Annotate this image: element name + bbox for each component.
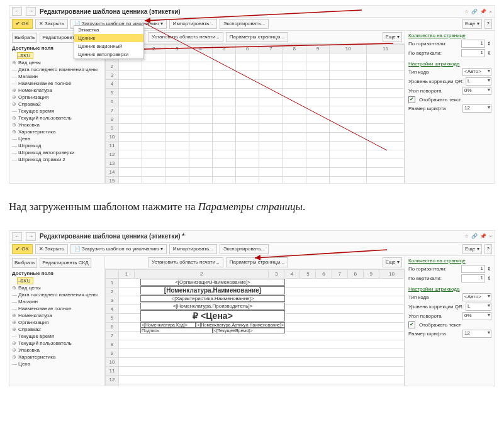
- field-item[interactable]: Упаковка: [12, 347, 102, 354]
- horiz-label: По горизонтали:: [408, 41, 459, 47]
- field-item[interactable]: Штрихкод: [12, 142, 102, 149]
- field-item[interactable]: Штрихкод справки 2: [12, 156, 102, 163]
- link-icon[interactable]: 🔗: [471, 233, 478, 239]
- field-item[interactable]: Дата последнего изменения цены: [12, 66, 102, 73]
- link-icon[interactable]: 🔗: [471, 9, 478, 14]
- page-params-button[interactable]: Параметры страницы...: [226, 257, 288, 267]
- stepper-icon[interactable]: ⇕: [487, 266, 491, 272]
- field-item[interactable]: Текущее время: [12, 333, 102, 340]
- field-item[interactable]: Текущий пользователь: [12, 114, 102, 121]
- price-tag-template: <[Организация.Наименование]> [Номенклату…: [140, 278, 285, 333]
- field-item[interactable]: Справка2: [12, 326, 102, 333]
- field-item[interactable]: Номенклатура: [12, 87, 102, 94]
- field-item[interactable]: Штрихкод автопроверки: [12, 149, 102, 156]
- export-button[interactable]: Экспортировать...: [220, 244, 269, 254]
- tpl-manufacturer: <[Номенклатура.Производитель]>: [140, 303, 285, 310]
- spreadsheet-grid[interactable]: 12345678910 1 2 3 4 5 6 7 8 9 10 11 12 1…: [105, 269, 405, 386]
- field-item[interactable]: Организация: [12, 94, 102, 101]
- help-button[interactable]: ?: [484, 244, 492, 254]
- rotation-label: Угол поворота: [408, 88, 461, 94]
- field-item[interactable]: Наименование полное: [12, 80, 102, 87]
- pin-icon[interactable]: 📌: [480, 233, 486, 239]
- center-more-button[interactable]: Еще ▾: [383, 257, 402, 267]
- horiz-input[interactable]: 1: [461, 265, 485, 273]
- edit-skd-button[interactable]: Редактировать СКД: [40, 258, 91, 268]
- fields-tree: SKU Вид цены Дата последнего изменения ц…: [12, 52, 102, 163]
- nav-back-button[interactable]: ←: [12, 232, 22, 241]
- bookmark-icon[interactable]: ☆: [464, 9, 469, 14]
- font-size-select[interactable]: 12: [462, 330, 491, 338]
- import-button[interactable]: Импортировать...: [169, 244, 217, 254]
- stepper-icon[interactable]: ⇕: [487, 276, 491, 281]
- set-print-area-button[interactable]: Установить область печати...: [148, 257, 223, 267]
- qr-corr-select[interactable]: L: [466, 77, 491, 86]
- pin-icon[interactable]: 📌: [480, 9, 486, 14]
- field-item[interactable]: Упаковка: [12, 121, 102, 128]
- screenshot-2: ← → Редактирование шаблона ценника (этик…: [9, 230, 495, 386]
- menu-item-cennik[interactable]: Ценник: [74, 34, 143, 42]
- tpl-nomenclature: [Номенклатура.Наименование]: [140, 286, 285, 294]
- close-icon[interactable]: ×: [489, 9, 492, 14]
- menu-item-etikette[interactable]: Этикетка: [74, 26, 143, 34]
- window-controls[interactable]: ☆ 🔗 📌 ×: [464, 9, 492, 14]
- code-type-select[interactable]: <Авто>: [462, 68, 491, 76]
- import-button[interactable]: Импортировать...: [169, 19, 217, 29]
- spreadsheet-grid[interactable]: 1234567891011 1 2 3 4 5 6 7 8 9 10 11 12…: [105, 44, 405, 184]
- rotation-select[interactable]: 0%: [462, 87, 491, 95]
- field-item[interactable]: Дата последнего изменения цены: [12, 291, 102, 298]
- field-item[interactable]: Текущее время: [12, 108, 102, 114]
- stepper-icon[interactable]: ⇕: [487, 41, 491, 47]
- tpl-article-row: <[Номенклатура.Код]><[Номенклатура.Артик…: [140, 322, 285, 328]
- field-sku[interactable]: SKU: [17, 277, 33, 284]
- field-sku[interactable]: SKU: [17, 52, 33, 59]
- choose-button[interactable]: Выбрать: [12, 258, 37, 268]
- field-item[interactable]: Характеристика: [12, 128, 102, 135]
- help-button[interactable]: ?: [484, 19, 492, 29]
- close-button[interactable]: ✕ Закрыть: [35, 244, 68, 254]
- close-icon[interactable]: ×: [489, 233, 492, 239]
- menu-item-cennik-auto[interactable]: Ценник автопроверки: [74, 50, 143, 59]
- nav-back-button[interactable]: ←: [12, 7, 22, 16]
- window-controls[interactable]: ☆ 🔗 📌 ×: [464, 233, 492, 239]
- barcode-heading: Настройки штрихкода: [408, 286, 491, 292]
- field-item[interactable]: Номенклатура: [12, 312, 102, 319]
- field-item[interactable]: Характеристика: [12, 354, 102, 360]
- field-item[interactable]: Вид цены: [12, 284, 102, 291]
- more-button[interactable]: Еще ▾: [462, 19, 482, 29]
- vert-input[interactable]: 1: [461, 274, 485, 282]
- field-item[interactable]: Цена: [12, 360, 102, 367]
- rotation-select[interactable]: 0%: [462, 312, 491, 320]
- bookmark-icon[interactable]: ☆: [464, 233, 469, 239]
- nav-forward-button[interactable]: →: [26, 232, 36, 241]
- field-item[interactable]: Цена: [12, 135, 102, 142]
- field-item[interactable]: Текущий пользователь: [12, 340, 102, 347]
- nav-forward-button[interactable]: →: [26, 7, 36, 16]
- field-item[interactable]: Магазин: [12, 298, 102, 305]
- ok-button[interactable]: ✔ OK: [12, 244, 33, 254]
- stepper-icon[interactable]: ⇕: [487, 50, 491, 56]
- show-text-checkbox[interactable]: ✔: [408, 96, 415, 103]
- export-button[interactable]: Экспортировать...: [220, 19, 269, 29]
- qr-corr-select[interactable]: L: [466, 303, 491, 311]
- more-button[interactable]: Еще ▾: [462, 244, 482, 254]
- field-item[interactable]: Справка2: [12, 101, 102, 108]
- center-more-button[interactable]: Еще ▾: [383, 32, 402, 42]
- field-item[interactable]: Магазин: [12, 73, 102, 80]
- ok-button[interactable]: ✔ OK: [12, 19, 33, 29]
- menu-item-cennik-akc[interactable]: Ценник акционный: [74, 42, 143, 50]
- load-default-button[interactable]: 📄 Загрузить шаблон по умолчанию ▾: [70, 244, 167, 254]
- page-params-button[interactable]: Параметры страницы...: [226, 32, 288, 42]
- code-type-select[interactable]: <Авто>: [462, 293, 491, 301]
- field-item[interactable]: Организация: [12, 319, 102, 326]
- set-print-area-button[interactable]: Установить область печати...: [148, 32, 223, 42]
- field-item[interactable]: Вид цены: [12, 59, 102, 66]
- count-heading: Количество на странице: [408, 258, 491, 264]
- vert-input[interactable]: 1: [461, 49, 485, 57]
- field-item[interactable]: Наименование полное: [12, 305, 102, 312]
- show-text-checkbox[interactable]: ✔: [408, 321, 415, 328]
- choose-button[interactable]: Выбрать: [12, 33, 37, 43]
- close-button[interactable]: ✕ Закрыть: [35, 19, 68, 29]
- font-size-select[interactable]: 12: [462, 104, 491, 113]
- horiz-input[interactable]: 1: [461, 40, 485, 48]
- center-panel: Установить область печати... Параметры с…: [105, 31, 405, 184]
